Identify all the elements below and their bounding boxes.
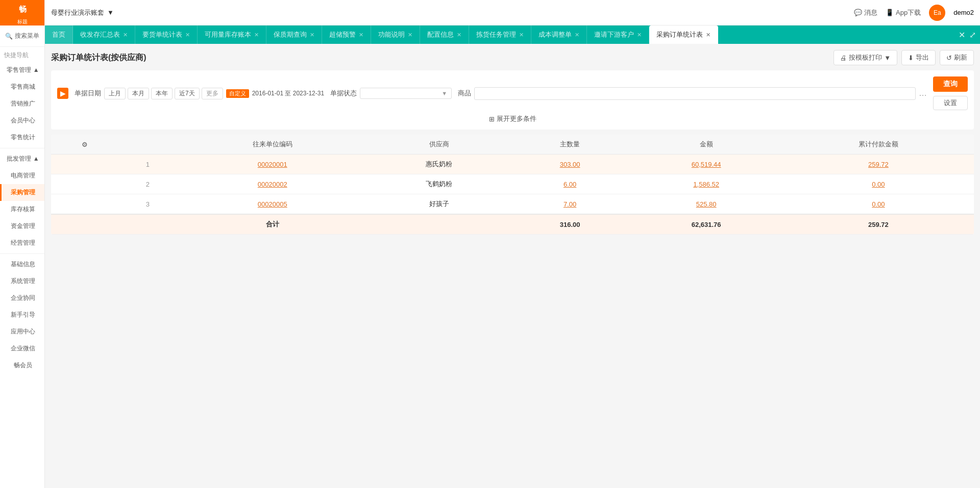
tab-chengben-close[interactable]: ✕ (575, 32, 579, 38)
sidebar-item-finance[interactable]: 资金管理 (0, 218, 44, 235)
sidebar-item-ecommerce[interactable]: 电商管理 (0, 167, 44, 184)
row-2-paid[interactable]: 0.00 (783, 174, 974, 194)
sidebar-item-ecommerce-label: 电商管理 (11, 172, 35, 179)
sidebar-item-newguide[interactable]: 新手引导 (0, 306, 44, 323)
user-avatar[interactable]: Ea (929, 5, 945, 21)
tab-keyongliang[interactable]: 可用量库存账本 ✕ (198, 25, 266, 44)
sidebar-item-marketing[interactable]: 营销推广 (0, 95, 44, 112)
tab-paihuorenwu[interactable]: 拣货任务管理 ✕ (469, 25, 531, 44)
sidebar-item-system[interactable]: 系统管理 (0, 273, 44, 290)
row-2-quantity[interactable]: 6.00 (510, 174, 630, 194)
tab-yaohuo-close[interactable]: ✕ (185, 32, 190, 38)
tab-yaohuo[interactable]: 要货单统计表 ✕ (135, 25, 198, 44)
sidebar-item-collab[interactable]: 企业协同 (0, 290, 44, 306)
search-icon: 🔍 (5, 33, 13, 40)
filter-toggle-button[interactable]: ▶ (57, 88, 68, 99)
tab-gongneng[interactable]: 功能说明 ✕ (371, 25, 420, 44)
sidebar-item-appcenter[interactable]: 应用中心 (0, 323, 44, 340)
sidebar-item-inventory[interactable]: 库存核算 (0, 201, 44, 218)
sidebar-item-member2[interactable]: 畅会员 (0, 357, 44, 374)
sidebar-item-retail-shop[interactable]: 零售商城 (0, 79, 44, 95)
message-label: 消息 (864, 8, 877, 17)
export-icon: ⬇ (908, 54, 914, 62)
shortcut-this-month[interactable]: 本月 (128, 88, 149, 99)
tab-paihuorenwu-close[interactable]: ✕ (519, 32, 524, 38)
row-3-code[interactable]: 00020005 (177, 194, 368, 215)
workspace-selector[interactable]: 母婴行业演示账套 ▼ (51, 8, 114, 17)
filter-goods-label: 商品 (458, 89, 471, 98)
tab-chaochu[interactable]: 超储预警 ✕ (322, 25, 371, 44)
tab-gongneng-close[interactable]: ✕ (408, 32, 412, 38)
sidebar-item-retail[interactable]: 零售管理 ▲ (0, 62, 44, 79)
filter-goods-input[interactable] (474, 87, 916, 100)
close-all-tabs-button[interactable]: ✕ (959, 30, 965, 40)
export-label: 导出 (916, 53, 929, 62)
app-logo[interactable]: 畅 标题 (0, 0, 44, 25)
row-3-quantity[interactable]: 7.00 (510, 194, 630, 215)
tab-peizhi-close[interactable]: ✕ (457, 32, 461, 38)
filter-goods-more-icon[interactable]: … (919, 89, 927, 98)
sidebar-item-retail-label: 零售管理 ▲ (7, 66, 39, 73)
app-download-button[interactable]: 📱 App下载 (886, 8, 921, 17)
tab-yaoqing[interactable]: 邀请下游客户 ✕ (587, 25, 649, 44)
footer-empty-1 (51, 214, 118, 235)
row-1-index: 1 (118, 155, 177, 174)
table-row: 1 00020001 惠氏奶粉 303.00 60,519.44 259.72 (51, 155, 974, 174)
filter-panel: ▶ 单据日期 上月 本月 本年 近7天 更多 自定义 2016-01-01 至 … (51, 70, 974, 130)
message-button[interactable]: 💬 消息 (854, 8, 877, 17)
row-2-checkbox[interactable] (51, 174, 118, 194)
user-name: demo2 (953, 9, 974, 16)
print-button[interactable]: 🖨 按模板打印 ▼ (834, 50, 897, 65)
filter-status-arrow-icon: ▼ (442, 90, 447, 96)
tab-yaoqing-label: 邀请下游客户 (594, 30, 634, 39)
tab-keyongliang-close[interactable]: ✕ (254, 32, 259, 38)
row-3-amount[interactable]: 525.80 (630, 194, 783, 215)
tab-yaoqing-close[interactable]: ✕ (637, 32, 642, 38)
row-3-paid[interactable]: 0.00 (783, 194, 974, 215)
tab-peizhi[interactable]: 配置信息 ✕ (420, 25, 469, 44)
shortcut-last-month[interactable]: 上月 (104, 88, 126, 99)
expand-more-button[interactable]: ⊞ 展开更多条件 (489, 114, 536, 123)
sidebar-item-purchase[interactable]: 采购管理 (0, 184, 44, 201)
sidebar-item-appcenter-label: 应用中心 (11, 328, 35, 335)
row-2-amount[interactable]: 1,586.52 (630, 174, 783, 194)
tab-shoufafa[interactable]: 收发存汇总表 ✕ (73, 25, 135, 44)
row-1-paid[interactable]: 259.72 (783, 155, 974, 174)
settings-button[interactable]: 设置 (933, 96, 968, 110)
search-menu-button[interactable]: 🔍 搜索菜单 (3, 30, 41, 42)
restore-window-button[interactable]: ⤢ (969, 30, 976, 40)
footer-quantity: 316.00 (510, 214, 630, 235)
row-1-quantity[interactable]: 303.00 (510, 155, 630, 174)
row-1-amount[interactable]: 60,519.44 (630, 155, 783, 174)
sidebar-item-basic[interactable]: 基础信息 (0, 256, 44, 273)
shortcut-more[interactable]: 更多 (202, 88, 223, 99)
sidebar-item-wholesale[interactable]: 批发管理 ▲ (0, 150, 44, 167)
tab-caigou-close[interactable]: ✕ (706, 32, 710, 38)
col-settings[interactable]: ⚙ (51, 135, 118, 155)
row-3-checkbox[interactable] (51, 194, 118, 215)
shortcut-7days[interactable]: 近7天 (175, 88, 200, 99)
row-3-index: 3 (118, 194, 177, 215)
main-area: 母婴行业演示账套 ▼ 💬 消息 📱 App下载 Ea demo2 首页 收发存汇… (45, 0, 980, 488)
tab-shoufafa-close[interactable]: ✕ (123, 32, 128, 38)
row-1-code[interactable]: 00020001 (177, 155, 368, 174)
export-button[interactable]: ⬇ 导出 (901, 50, 936, 65)
tab-baozhi-close[interactable]: ✕ (310, 32, 314, 38)
query-button[interactable]: 查询 (933, 76, 968, 92)
row-1-checkbox[interactable] (51, 155, 118, 174)
footer-empty-3 (368, 214, 510, 235)
sidebar-item-retail-stats[interactable]: 零售统计 (0, 129, 44, 146)
tab-chengben[interactable]: 成本调整单 ✕ (531, 25, 587, 44)
tab-chaochu-close[interactable]: ✕ (359, 32, 363, 38)
page-actions: 🖨 按模板打印 ▼ ⬇ 导出 ↺ 刷新 (834, 50, 974, 65)
tab-baozhi[interactable]: 保质期查询 ✕ (266, 25, 322, 44)
tab-caigou[interactable]: 采购订单统计表 ✕ (649, 25, 718, 44)
sidebar-item-wechat[interactable]: 企业微信 (0, 340, 44, 357)
tab-home[interactable]: 首页 (45, 25, 73, 44)
row-2-code[interactable]: 00020002 (177, 174, 368, 194)
refresh-button[interactable]: ↺ 刷新 (940, 50, 974, 65)
sidebar-item-member[interactable]: 会员中心 (0, 112, 44, 129)
sidebar-item-ops[interactable]: 经营管理 (0, 235, 44, 251)
shortcut-this-year[interactable]: 本年 (151, 88, 173, 99)
filter-status-select[interactable]: ▼ (360, 88, 452, 99)
